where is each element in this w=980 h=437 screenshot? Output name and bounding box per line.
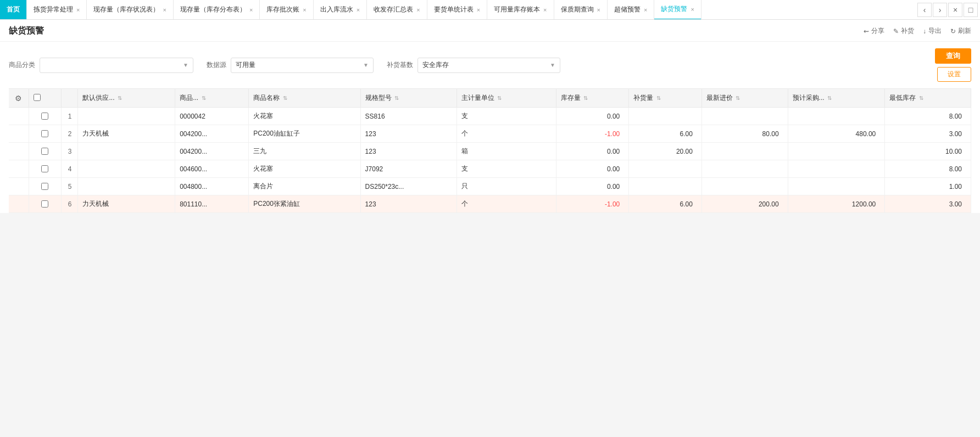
refresh-button[interactable]: ↻ 刷新 <box>950 26 971 36</box>
row-restock: 6.00 <box>629 125 702 143</box>
th-stock-label: 库存量 <box>561 94 581 102</box>
tab-inventory-status-close[interactable]: × <box>163 7 166 13</box>
tab-avail-close[interactable]: × <box>543 7 547 13</box>
tab-inventory-dist-label: 现存量（库存分布表） <box>180 5 246 14</box>
row-latest-price <box>701 143 788 160</box>
row-stock: 0.00 <box>556 160 629 178</box>
category-label: 商品分类 <box>9 60 35 70</box>
datasource-select[interactable]: 可用量 ▼ <box>231 58 374 73</box>
th-unit-sort-icon[interactable]: ⇅ <box>497 95 502 101</box>
th-min-stock-sort-icon[interactable]: ⇅ <box>919 95 923 101</box>
tab-shortage[interactable]: 缺货预警 × <box>654 0 701 20</box>
nav-tabs: 首页 拣货异常处理 × 现存量（库存状况表） × 现存量（库存分布表） × 库存… <box>0 0 980 20</box>
select-all-checkbox[interactable] <box>34 94 41 101</box>
tab-inventory-status[interactable]: 现存量（库存状况表） × <box>87 0 173 20</box>
tab-demand-close[interactable]: × <box>477 7 480 13</box>
tab-home-label: 首页 <box>7 5 20 14</box>
tab-batch-label: 库存批次账 <box>266 5 299 14</box>
th-checkbox <box>29 89 62 108</box>
row-select-checkbox[interactable] <box>41 113 48 120</box>
row-select-checkbox[interactable] <box>41 148 48 155</box>
row-select-checkbox[interactable] <box>41 200 48 208</box>
th-unit: 主计量单位 ⇅ <box>456 89 556 108</box>
row-checkbox[interactable] <box>29 108 62 125</box>
nav-next-button[interactable]: › <box>933 3 947 17</box>
nav-close-button[interactable]: × <box>948 3 962 17</box>
category-select[interactable]: ▼ <box>40 58 193 73</box>
tab-expiry[interactable]: 保质期查询 × <box>554 0 608 20</box>
nav-prev-button[interactable]: ‹ <box>917 3 932 17</box>
th-stock: 库存量 ⇅ <box>556 89 629 108</box>
row-goods-name: 离合片 <box>249 178 360 195</box>
tab-summary-close[interactable]: × <box>416 7 420 13</box>
tab-picking[interactable]: 拣货异常处理 × <box>27 0 87 20</box>
th-restock-sort-icon[interactable]: ⇅ <box>656 95 661 101</box>
tab-home[interactable]: 首页 <box>0 0 27 20</box>
table-row: 1 0000042 火花塞 SS816 支 0.00 8.00 <box>9 108 971 125</box>
row-checkbox[interactable] <box>29 160 62 178</box>
th-stock-sort-icon[interactable]: ⇅ <box>583 95 588 101</box>
replenish-value: 安全库存 <box>422 60 449 70</box>
row-latest-price <box>701 160 788 178</box>
row-goods-name: 火花塞 <box>249 108 360 125</box>
gear-icon[interactable]: ⚙ <box>15 94 22 103</box>
tab-demand[interactable]: 要货单统计表 × <box>427 0 487 20</box>
row-checkbox[interactable] <box>29 125 62 143</box>
filter-replenish: 补货基数 安全库存 ▼ <box>387 58 560 73</box>
tab-inventory-dist-close[interactable]: × <box>249 7 253 13</box>
export-button[interactable]: ↓ 导出 <box>923 26 942 36</box>
tab-inout[interactable]: 出入库流水 × <box>314 0 367 20</box>
datasource-value: 可用量 <box>236 60 255 70</box>
row-checkbox[interactable] <box>29 178 62 195</box>
row-checkbox[interactable] <box>29 143 62 160</box>
tab-batch-close[interactable]: × <box>303 7 306 13</box>
th-latest-price-sort-icon[interactable]: ⇅ <box>736 95 740 101</box>
th-supplier-sort-icon[interactable]: ⇅ <box>118 95 122 101</box>
row-restock: 6.00 <box>629 195 702 213</box>
table-row: 4 004600... 火花塞 J7092 支 0.00 8.00 <box>9 160 971 178</box>
th-goods-name-sort-icon[interactable]: ⇅ <box>283 95 287 101</box>
row-min-stock: 3.00 <box>885 125 971 143</box>
tab-inout-close[interactable]: × <box>357 7 360 13</box>
row-select-checkbox[interactable] <box>41 183 48 190</box>
nav-maximize-button[interactable]: □ <box>964 3 978 17</box>
export-icon: ↓ <box>923 27 926 35</box>
tab-shortage-close[interactable]: × <box>691 6 694 13</box>
row-settings <box>9 195 29 213</box>
th-est-purchase-sort-icon[interactable]: ⇅ <box>827 95 832 101</box>
tab-batch[interactable]: 库存批次账 × <box>260 0 313 20</box>
row-unit: 只 <box>456 178 556 195</box>
row-min-stock: 3.00 <box>885 195 971 213</box>
share-button[interactable]: ⇜ 分享 <box>864 26 884 36</box>
row-num: 4 <box>62 160 78 178</box>
filter-bar: 商品分类 ▼ 数据源 可用量 ▼ 补货基数 安全库存 ▼ 查询 设置 <box>0 42 980 88</box>
row-latest-price: 200.00 <box>701 195 788 213</box>
th-num <box>62 89 78 108</box>
tab-picking-close[interactable]: × <box>76 7 80 13</box>
settings-button[interactable]: 设置 <box>937 67 971 82</box>
restock-button[interactable]: ✎ 补货 <box>893 26 914 36</box>
row-select-checkbox[interactable] <box>41 130 48 137</box>
tab-inventory-dist[interactable]: 现存量（库存分布表） × <box>174 0 260 20</box>
row-num: 5 <box>62 178 78 195</box>
tab-expiry-close[interactable]: × <box>597 7 600 13</box>
row-select-checkbox[interactable] <box>41 165 48 172</box>
th-spec-sort-icon[interactable]: ⇅ <box>394 95 399 101</box>
table-header-row: ⚙ 默认供应... ⇅ 商品... ⇅ 商品名称 <box>9 89 971 108</box>
row-checkbox[interactable] <box>29 195 62 213</box>
share-icon: ⇜ <box>864 27 869 35</box>
row-min-stock: 1.00 <box>885 178 971 195</box>
query-button[interactable]: 查询 <box>935 48 971 64</box>
tab-picking-label: 拣货异常处理 <box>34 5 73 14</box>
replenish-select[interactable]: 安全库存 ▼ <box>417 58 560 73</box>
tab-avail[interactable]: 可用量库存账本 × <box>487 0 554 20</box>
tab-summary[interactable]: 收发存汇总表 × <box>367 0 427 20</box>
tab-overstock-close[interactable]: × <box>644 7 647 13</box>
tab-overstock[interactable]: 超储预警 × <box>608 0 654 20</box>
page-title: 缺货预警 <box>9 25 44 37</box>
export-label: 导出 <box>928 26 942 36</box>
th-goods-code-sort-icon[interactable]: ⇅ <box>202 95 206 101</box>
data-table: ⚙ 默认供应... ⇅ 商品... ⇅ 商品名称 <box>9 88 971 213</box>
row-supplier <box>78 143 175 160</box>
row-goods-code: 0000042 <box>175 108 249 125</box>
